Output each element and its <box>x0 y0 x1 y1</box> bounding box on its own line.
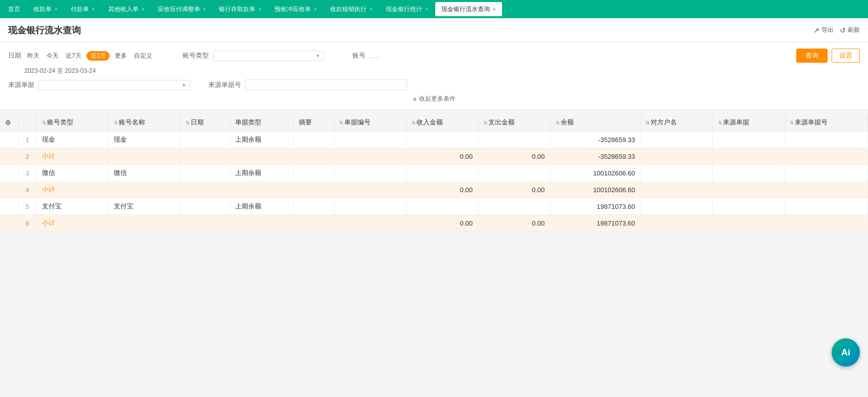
cell-date <box>180 198 230 215</box>
date-range-display: 2023-02-24 至 2023-03-24 <box>22 67 860 75</box>
row-number: 4 <box>18 182 36 198</box>
tab-shoukuanhexiao[interactable]: 收款核销执行× <box>324 2 379 16</box>
close-tab-icon[interactable]: × <box>92 7 95 12</box>
cell-source_doc_no <box>785 182 868 198</box>
cell-source_doc <box>712 182 784 198</box>
tab-shoukuan[interactable]: 收款单× <box>27 2 64 16</box>
cell-expense: 0.00 <box>478 182 550 198</box>
cell-income: 0.00 <box>406 215 478 232</box>
row-number: 1 <box>18 131 36 148</box>
account-type-filter: 账号类型 ▾ <box>182 51 324 61</box>
cell-source_doc <box>712 198 784 215</box>
chevron-down-icon: ▾ <box>316 53 319 59</box>
cell-doc_no <box>334 182 406 198</box>
cell-account_type: 微信 <box>36 165 108 182</box>
row-number: 5 <box>18 198 36 215</box>
tab-liushui[interactable]: 现金银行流水查询× <box>435 2 502 16</box>
source-doc-select[interactable]: ▾ <box>38 80 190 91</box>
nav-home[interactable]: 首页 <box>2 5 26 14</box>
tab-yinhangcunqu[interactable]: 银行存取款单× <box>213 2 267 16</box>
col-header-account_name[interactable]: ⇅账号名称 <box>108 114 180 131</box>
tab-yingshouyingfu[interactable]: 应收应付调整单× <box>152 2 212 16</box>
close-tab-icon[interactable]: × <box>493 7 496 12</box>
cell-summary <box>293 131 334 148</box>
query-button[interactable]: 查询 <box>796 49 828 63</box>
cell-source_doc_no <box>785 131 868 148</box>
date-shortcut-近1月[interactable]: 近1月 <box>86 51 110 61</box>
cell-account_name <box>108 182 180 198</box>
nav-tabs: 收款单×付款单×其他收入单×应收应付调整单×银行存取款单×预收冲应收单×收款核销… <box>27 2 502 16</box>
filter-buttons: 查询 设置 <box>796 49 860 63</box>
cell-account_type: 小计 <box>36 148 108 165</box>
cell-counterparty <box>641 131 712 148</box>
cell-account_name <box>108 148 180 165</box>
date-shortcut-昨天[interactable]: 昨天 <box>25 51 41 61</box>
top-nav: 首页 收款单×付款单×其他收入单×应收应付调整单×银行存取款单×预收冲应收单×收… <box>0 0 868 18</box>
row-number: 6 <box>18 215 36 232</box>
cell-summary <box>293 165 334 182</box>
col-header-gear: ⚙ <box>0 114 18 131</box>
sort-arrows: ⇅ <box>556 120 560 125</box>
col-header-account_type[interactable]: ⇅账号类型 <box>36 114 108 131</box>
settings-button[interactable]: 设置 <box>832 49 860 63</box>
cell-doc_type <box>230 215 293 232</box>
date-shortcut-今天[interactable]: 今天 <box>44 51 61 61</box>
col-header-source_doc[interactable]: ⇅来源单据 <box>712 114 784 131</box>
date-label: 日期 <box>8 51 21 60</box>
table-row: 2小计0.000.00-3528659.33 <box>0 148 868 165</box>
cell-balance: 19871073.60 <box>550 198 641 215</box>
account-type-select[interactable]: ▾ <box>213 51 324 61</box>
col-header-income[interactable]: ⇅收入金额 <box>406 114 478 131</box>
collapse-bar[interactable]: ∧ 收起更多条件 <box>8 95 860 103</box>
sort-arrows: ⇅ <box>646 120 650 125</box>
close-tab-icon[interactable]: × <box>142 7 145 12</box>
source-doc-filter: 来源单据 ▾ <box>8 80 190 91</box>
close-tab-icon[interactable]: × <box>203 7 206 12</box>
account-dots-button[interactable]: ... <box>370 51 379 60</box>
col-header-expense[interactable]: ⇅支出金额 <box>478 114 550 131</box>
table-row: 6小计0.000.0019871073.60 <box>0 215 868 232</box>
tab-qitashouru[interactable]: 其他收入单× <box>102 2 151 16</box>
source-doc-no-filter: 来源单据号 <box>208 79 407 91</box>
collapse-up-icon: ∧ <box>413 96 417 103</box>
close-tab-icon[interactable]: × <box>370 7 373 12</box>
close-tab-icon[interactable]: × <box>55 7 58 12</box>
cell-doc_no <box>334 148 406 165</box>
col-header-balance[interactable]: ⇅余额 <box>550 114 641 131</box>
cell-account_name: 现金 <box>108 131 180 148</box>
chevron-down-icon-2: ▾ <box>182 82 186 89</box>
close-tab-icon[interactable]: × <box>258 7 261 12</box>
cell-expense: 0.00 <box>478 148 550 165</box>
cell-income: 0.00 <box>406 148 478 165</box>
export-button[interactable]: ↗ 导出 <box>813 26 834 34</box>
gear-icon[interactable]: ⚙ <box>5 119 11 126</box>
cell-expense <box>478 131 550 148</box>
col-header-source_doc_no[interactable]: ⇅来源单据号 <box>785 114 868 131</box>
cell-doc_no <box>334 215 406 232</box>
close-tab-icon[interactable]: × <box>314 7 317 12</box>
tab-xianjinyinhang[interactable]: 现金银行统计× <box>380 2 434 16</box>
date-shortcut-自定义[interactable]: 自定义 <box>132 51 154 61</box>
refresh-button[interactable]: ↺ 刷新 <box>840 26 860 34</box>
date-shortcut-更多[interactable]: 更多 <box>113 51 129 61</box>
sort-arrows: ⇅ <box>114 120 118 125</box>
col-header-date[interactable]: ⇅日期 <box>180 114 230 131</box>
cell-date <box>180 215 230 232</box>
cell-doc_no <box>334 165 406 182</box>
date-shortcuts: 昨天今天近7天近1月更多自定义 <box>25 51 154 61</box>
close-tab-icon[interactable]: × <box>425 7 428 12</box>
cell-account_name <box>108 215 180 232</box>
cell-summary <box>293 182 334 198</box>
sort-arrows: ⇅ <box>718 120 722 125</box>
cell-doc_type <box>230 182 293 198</box>
tab-fukuan[interactable]: 付款单× <box>65 2 101 16</box>
cell-counterparty <box>641 165 712 182</box>
date-shortcut-近7天[interactable]: 近7天 <box>64 51 83 61</box>
account-type-label: 账号类型 <box>182 51 209 60</box>
col-header-doc_no[interactable]: ⇅单据编号 <box>334 114 406 131</box>
cell-balance: 19871073.60 <box>550 215 641 232</box>
source-doc-no-input[interactable] <box>245 79 407 91</box>
tab-yushouchongying[interactable]: 预收冲应收单× <box>268 2 323 16</box>
col-header-counterparty[interactable]: ⇅对方户名 <box>641 114 712 131</box>
cell-doc_type: 上期余额 <box>230 165 293 182</box>
